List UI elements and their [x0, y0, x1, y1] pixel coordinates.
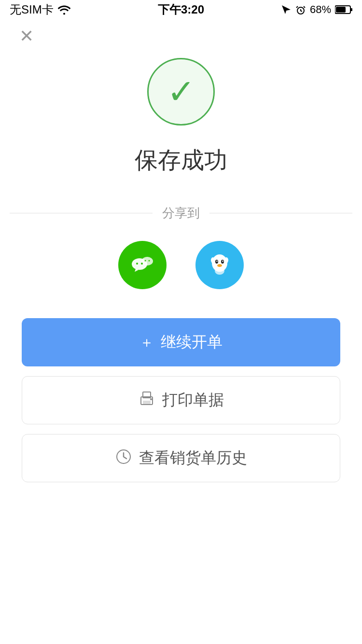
carrier-text: 无SIM卡	[10, 2, 54, 17]
close-icon: ✕	[19, 28, 34, 45]
history-button[interactable]: 查看销货单历史	[22, 434, 340, 482]
action-buttons: ＋ 继续开单 打印单据 查看销货单历史	[22, 318, 340, 482]
svg-point-20	[224, 257, 228, 263]
battery-text: 68%	[310, 3, 331, 16]
svg-point-17	[217, 264, 222, 267]
share-icons	[118, 241, 244, 289]
battery-icon	[335, 5, 352, 14]
plus-icon: ＋	[139, 333, 154, 352]
history-label: 查看销货单历史	[139, 448, 247, 469]
svg-point-9	[141, 263, 143, 265]
svg-rect-5	[336, 7, 346, 13]
location-icon	[281, 4, 292, 15]
alarm-icon	[295, 4, 306, 15]
print-label: 打印单据	[162, 390, 224, 411]
checkmark-icon: ✓	[167, 75, 195, 109]
wifi-icon	[57, 4, 71, 15]
history-icon	[115, 448, 132, 469]
share-divider: 分享到	[0, 205, 362, 222]
share-label: 分享到	[162, 205, 200, 222]
status-bar-right: 68%	[281, 3, 352, 16]
print-button[interactable]: 打印单据	[22, 376, 340, 424]
status-time: 下午3:20	[158, 2, 204, 17]
qq-icon	[204, 250, 235, 280]
svg-point-16	[222, 261, 223, 262]
svg-point-15	[216, 261, 217, 262]
close-button[interactable]: ✕	[14, 24, 39, 48]
success-circle: ✓	[147, 58, 215, 126]
wechat-share-button[interactable]	[118, 241, 167, 289]
svg-rect-4	[350, 8, 352, 11]
status-bar-left: 无SIM卡	[10, 2, 71, 17]
svg-point-19	[211, 257, 215, 263]
svg-point-18	[215, 267, 224, 275]
svg-point-10	[145, 260, 146, 262]
svg-point-8	[136, 263, 138, 265]
main-content: ✓ 保存成功 分享到	[0, 19, 362, 644]
continue-button[interactable]: ＋ 继续开单	[22, 318, 340, 366]
svg-point-11	[149, 260, 150, 262]
print-icon	[138, 390, 155, 411]
svg-rect-23	[143, 401, 151, 405]
svg-point-7	[141, 257, 153, 266]
success-title: 保存成功	[135, 145, 227, 176]
continue-label: 继续开单	[161, 332, 223, 353]
share-section: 分享到	[0, 205, 362, 289]
qq-share-button[interactable]	[195, 241, 244, 289]
wechat-icon	[127, 250, 158, 280]
svg-point-24	[150, 398, 152, 400]
